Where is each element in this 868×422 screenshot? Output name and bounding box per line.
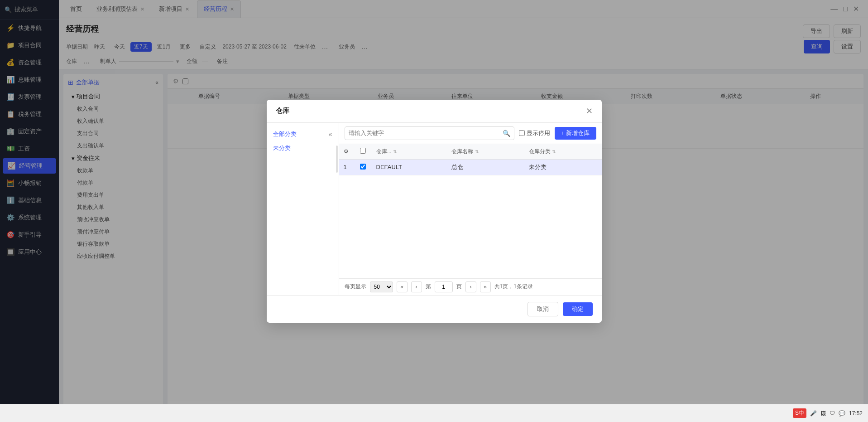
modal-toolbar: 🔍 显示停用 + 新增仓库 — [339, 123, 602, 144]
show-disabled-checkbox[interactable] — [519, 130, 525, 136]
modal-categories-title: 全部分类 — [273, 130, 297, 138]
settings-icon[interactable]: ⚙ — [344, 148, 349, 155]
col-modal-settings: ⚙ — [339, 144, 355, 160]
row-num: 1 — [339, 159, 355, 175]
col-modal-checkbox — [355, 144, 372, 160]
modal-page-size-label: 每页显示 — [345, 283, 366, 291]
modal-header: 仓库 ✕ — [267, 100, 602, 123]
modal-first-page[interactable]: « — [397, 281, 408, 292]
modal-scrollbar — [336, 146, 338, 173]
modal-search-wrap: 🔍 — [345, 126, 515, 140]
taskbar-time: 17:52 — [849, 410, 863, 417]
modal-categories-collapse[interactable]: « — [329, 131, 332, 138]
modal-cat-uncategorized[interactable]: 未分类 — [267, 141, 339, 155]
modal-table: ⚙ 仓库... ⇅ 仓库名称 ⇅ — [339, 144, 602, 175]
taskbar-chat-icon: 💬 — [839, 410, 845, 417]
row-checkbox[interactable] — [355, 159, 372, 175]
modal-page-size-select[interactable]: 50 10 20 100 — [370, 281, 393, 292]
add-warehouse-btn[interactable]: + 新增仓库 — [555, 127, 596, 140]
col-modal-code: 仓库... ⇅ — [372, 144, 447, 160]
taskbar-image-icon: 🖼 — [820, 410, 826, 417]
taskbar-shield-icon: 🛡 — [830, 410, 835, 417]
modal-categories: 全部分类 « 未分类 — [267, 123, 339, 295]
modal-table-area: 🔍 显示停用 + 新增仓库 ⚙ — [339, 123, 602, 295]
modal-pagination-bar: 每页显示 50 10 20 100 « ‹ 第 页 › » 共1页，1条记录 — [339, 278, 602, 295]
modal-search-icon: 🔍 — [503, 130, 510, 137]
taskbar-s-icon: S中 — [793, 408, 806, 418]
row-select-checkbox[interactable] — [360, 164, 366, 170]
modal-page-label: 第 — [426, 283, 431, 291]
modal-table-row[interactable]: 1 DEFAULT 总仓 未分类 — [339, 159, 602, 175]
row-name: 总仓 — [447, 159, 524, 175]
taskbar: S中 🎤 🖼 🛡 💬 17:52 — [0, 404, 868, 422]
modal-last-page[interactable]: » — [480, 281, 491, 292]
warehouse-modal: 仓库 ✕ 全部分类 « 未分类 🔍 显示停用 — [267, 100, 602, 323]
row-category: 未分类 — [524, 159, 602, 175]
col-modal-code-sort: ⇅ — [393, 149, 397, 154]
modal-page-input[interactable] — [435, 281, 453, 292]
taskbar-mic-icon: 🎤 — [810, 410, 817, 417]
modal-close-btn[interactable]: ✕ — [586, 106, 593, 116]
modal-next-page[interactable]: › — [465, 281, 476, 292]
cancel-button[interactable]: 取消 — [528, 302, 558, 316]
col-modal-category-sort: ⇅ — [552, 149, 556, 154]
modal-title: 仓库 — [276, 107, 289, 115]
modal-prev-page[interactable]: ‹ — [411, 281, 422, 292]
row-code: DEFAULT — [372, 159, 447, 175]
modal-search-input[interactable] — [349, 130, 503, 136]
modal-total: 共1页，1条记录 — [494, 283, 533, 291]
modal-page-suffix: 页 — [456, 283, 462, 291]
confirm-button[interactable]: 确定 — [563, 302, 593, 316]
col-modal-name-sort: ⇅ — [475, 149, 479, 154]
modal-footer-actions: 取消 确定 — [267, 295, 602, 323]
col-modal-name: 仓库名称 ⇅ — [447, 144, 524, 160]
modal-body: 全部分类 « 未分类 🔍 显示停用 + 新增仓库 — [267, 123, 602, 295]
modal-table-wrap: ⚙ 仓库... ⇅ 仓库名称 ⇅ — [339, 144, 602, 278]
col-modal-category: 仓库分类 ⇅ — [524, 144, 602, 160]
show-disabled-label[interactable]: 显示停用 — [519, 129, 550, 137]
modal-categories-header: 全部分类 « — [267, 127, 339, 141]
modal-select-all[interactable] — [360, 148, 366, 154]
